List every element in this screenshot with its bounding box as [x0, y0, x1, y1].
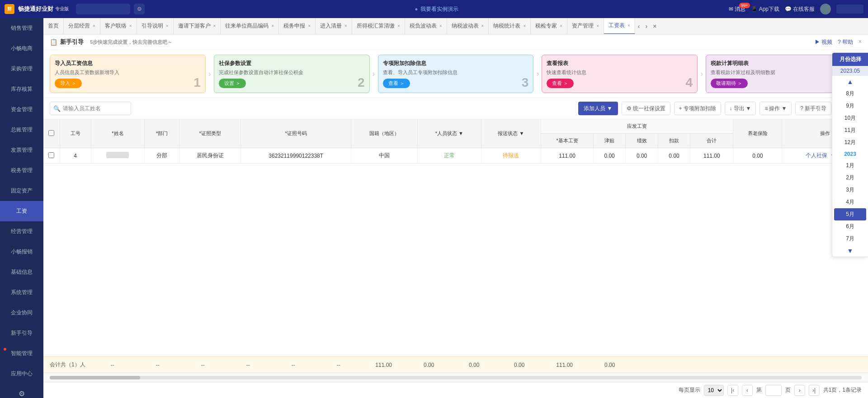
- tab-product-code[interactable]: 往来单位商品编码 ×: [221, 18, 279, 34]
- month-8[interactable]: 8月: [832, 88, 868, 100]
- scrollbar-thumb[interactable]: [50, 376, 140, 379]
- sidebar-item-collab[interactable]: 企业协同: [0, 303, 43, 323]
- personal-insurance-btn[interactable]: 个人社保: [806, 152, 827, 159]
- app-download-btn[interactable]: 📱 App下载: [751, 5, 779, 13]
- tab-invite[interactable]: 邀请下游客户 ×: [174, 18, 221, 34]
- total-records: 共1页，1条记录: [823, 386, 862, 394]
- tab-home[interactable]: 首页: [43, 18, 64, 34]
- month-12[interactable]: 12月: [832, 136, 868, 149]
- sidebar-item-apps[interactable]: 应用中心: [0, 364, 43, 384]
- add-person-btn[interactable]: 添加人员 ▼: [578, 102, 618, 115]
- per-page-select[interactable]: 10 20 50: [704, 385, 724, 396]
- scrollbar-track[interactable]: [50, 376, 862, 379]
- add-dropdown-icon: ▼: [607, 105, 613, 112]
- month-5[interactable]: 5月: [834, 208, 866, 220]
- month-4[interactable]: 4月: [832, 196, 868, 208]
- new-guide-btn[interactable]: ? 新手引导: [795, 102, 831, 115]
- step-2-btn[interactable]: 设置 ＞: [219, 79, 246, 88]
- demo-link[interactable]: 我要看实例演示: [420, 5, 458, 13]
- th-report-status: 报送状态 ▼: [481, 119, 541, 148]
- tab-tax-expert[interactable]: 税检专家 ×: [531, 18, 567, 34]
- tab-nav-next[interactable]: ›: [642, 23, 650, 30]
- month-1[interactable]: 1月: [832, 159, 868, 172]
- footer-dash-4: --: [230, 362, 266, 368]
- tab-salary-table[interactable]: 工资表 ×: [604, 18, 635, 34]
- step-4-btn[interactable]: 查看 ＞: [547, 79, 574, 88]
- search-input[interactable]: [50, 102, 131, 115]
- tab-tax-count[interactable]: 纳税统计表 ×: [489, 18, 531, 34]
- tab-tax-reduce[interactable]: 税负波动表 ×: [405, 18, 447, 34]
- month-7[interactable]: 7月: [832, 233, 868, 245]
- step-1-title: 导入员工资信息: [55, 60, 201, 67]
- month-6[interactable]: 6月: [832, 220, 868, 233]
- help-link[interactable]: ? 帮助: [838, 38, 853, 46]
- step-4-desc: 快速查看统计信息: [547, 69, 693, 76]
- footer-base-salary-total: 111.00: [366, 362, 402, 368]
- sidebar-item-purchase[interactable]: 采购管理: [0, 59, 43, 79]
- sidebar-item-marketing[interactable]: 小畅报销: [0, 242, 43, 262]
- unified-social-icon: ⚙: [627, 105, 632, 112]
- export-btn[interactable]: ↓ 导出 ▼: [725, 102, 756, 115]
- report-filter-icon[interactable]: ▼: [519, 131, 524, 136]
- last-page-btn[interactable]: ›|: [809, 385, 820, 396]
- sidebar-item-finance[interactable]: 资金管理: [0, 99, 43, 120]
- user-name[interactable]: [836, 5, 863, 14]
- tab-nav-prev[interactable]: ‹: [635, 23, 643, 30]
- avatar[interactable]: [820, 4, 831, 14]
- next-page-btn[interactable]: ›: [794, 385, 805, 396]
- sidebar-item-basic[interactable]: 基础信息: [0, 262, 43, 282]
- operation-btn[interactable]: ≡ 操作 ▼: [760, 102, 792, 115]
- select-all-checkbox[interactable]: [48, 130, 54, 136]
- online-service-btn[interactable]: 💬 在线客服: [785, 5, 815, 13]
- footer-dash-6: --: [321, 362, 357, 368]
- sidebar-item-fixed[interactable]: 固定资产: [0, 181, 43, 201]
- sidebar-item-salary[interactable]: 工资: [0, 201, 43, 221]
- row-checkbox[interactable]: [48, 152, 54, 158]
- month-up-btn[interactable]: ▲: [846, 77, 855, 86]
- sidebar-item-ecommerce[interactable]: 小畅电商: [0, 38, 43, 59]
- step-5-btn[interactable]: 敬请期待 ＞: [711, 79, 748, 88]
- tab-intro[interactable]: 引导说明 ×: [137, 18, 174, 34]
- first-page-btn[interactable]: |‹: [727, 385, 738, 396]
- tab-tax-report[interactable]: 税务申报 ×: [279, 18, 316, 34]
- sidebar-item-inventory[interactable]: 库存核算: [0, 79, 43, 99]
- sidebar-settings-icon[interactable]: ⚙: [0, 384, 43, 398]
- tab-customer[interactable]: 客户联络 ×: [100, 18, 137, 34]
- tab-bar: 首页 分层经营 × 客户联络 × 引导说明 × 邀请下游客户 × 往来单位商品编…: [43, 18, 868, 34]
- sidebar-item-guide[interactable]: 新手引导: [0, 323, 43, 343]
- step-3-btn[interactable]: 查看 ＞: [383, 79, 410, 88]
- sidebar-item-smart[interactable]: 智能管理: [0, 343, 43, 364]
- tab-asset-mgr[interactable]: 资产管理 ×: [567, 18, 604, 34]
- month-10[interactable]: 10月: [832, 112, 868, 124]
- tab-income-tax[interactable]: 所得税汇算清缴 ×: [352, 18, 405, 34]
- step-1-btn[interactable]: 导入 ＞: [55, 79, 82, 88]
- close-guide-btn[interactable]: ×: [859, 38, 862, 46]
- settings-icon[interactable]: ⚙: [134, 4, 145, 14]
- sidebar-item-invoice[interactable]: 发票管理: [0, 140, 43, 160]
- sidebar-item-system[interactable]: 系统管理: [0, 282, 43, 303]
- current-page-input[interactable]: 1: [765, 385, 782, 396]
- prev-page-btn[interactable]: ‹: [742, 385, 753, 396]
- sidebar-item-sales[interactable]: 销售管理: [0, 18, 43, 38]
- tab-tax-stat[interactable]: 纳税波动表 ×: [447, 18, 489, 34]
- tab-close-all[interactable]: ×: [650, 23, 659, 30]
- month-down-btn[interactable]: ▼: [846, 246, 855, 255]
- tab-clear[interactable]: 进入清册 ×: [316, 18, 352, 34]
- unified-social-btn[interactable]: ⚙ 统一社保设置: [622, 102, 670, 115]
- month-2[interactable]: 2月: [832, 172, 868, 184]
- guide-title: 📋 新手引导 5步快速完成设置，快去完善信息吧～: [50, 38, 172, 46]
- message-btn[interactable]: ✉ 消息 99+: [729, 5, 745, 13]
- tab-partition[interactable]: 分层经营 ×: [64, 18, 100, 34]
- status-filter-icon[interactable]: ▼: [458, 131, 463, 136]
- sidebar-item-operation[interactable]: 经营管理: [0, 221, 43, 242]
- month-11[interactable]: 11月: [832, 124, 868, 136]
- footer-total-label: 会计共（1）人: [50, 361, 85, 369]
- year-2023[interactable]: 2023: [832, 149, 868, 159]
- month-3[interactable]: 3月: [832, 184, 868, 196]
- month-9[interactable]: 9月: [832, 100, 868, 112]
- sidebar-item-ledger[interactable]: 总账管理: [0, 120, 43, 140]
- special-deduct-btn[interactable]: + 专项附加扣除: [674, 102, 721, 115]
- sidebar-item-tax[interactable]: 税务管理: [0, 160, 43, 181]
- company-selector[interactable]: [76, 4, 130, 14]
- video-link[interactable]: ▶ 视频: [815, 38, 832, 46]
